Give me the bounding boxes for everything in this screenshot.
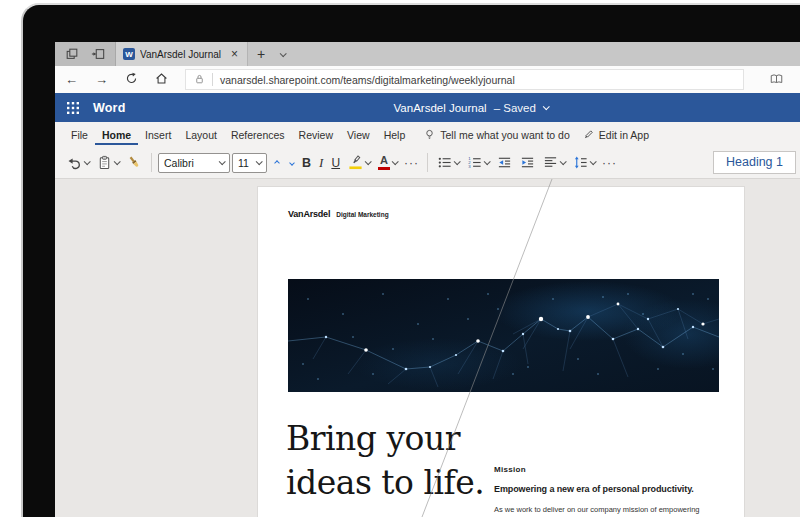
app-name: Word: [93, 101, 126, 115]
alignment-chevron-icon: [560, 158, 567, 165]
menu-review[interactable]: Review: [292, 124, 340, 145]
menu-file[interactable]: File: [64, 124, 95, 145]
font-color-button[interactable]: A: [375, 153, 400, 172]
more-paragraph-options-button[interactable]: ···: [599, 156, 620, 170]
style-gallery-heading1[interactable]: Heading 1: [713, 151, 796, 174]
italic-button[interactable]: I: [316, 153, 326, 173]
word-file-icon: W: [123, 48, 135, 60]
new-tab-button[interactable]: +: [248, 42, 274, 66]
set-tabs-aside-icon[interactable]: [85, 42, 111, 66]
font-name-chevron-icon: [219, 158, 226, 165]
menu-insert[interactable]: Insert: [138, 124, 178, 145]
screen: W VanArsdel Journal × + ← → vanarsdel: [55, 42, 800, 517]
highlight-button[interactable]: [345, 153, 373, 172]
numbered-list-icon: 123: [467, 155, 482, 170]
italic-icon: I: [319, 155, 323, 171]
menu-layout[interactable]: Layout: [178, 124, 224, 145]
numbering-chevron-icon: [484, 158, 491, 165]
font-size-chevron-icon: [256, 158, 263, 165]
format-painter-icon: [127, 155, 142, 170]
document-page[interactable]: VanArsdel Digital Marketing: [257, 186, 745, 517]
refresh-button[interactable]: [125, 72, 138, 87]
bullet-list-icon: [437, 155, 452, 170]
tab-close-icon[interactable]: ×: [229, 47, 240, 61]
mission-body: As we work to deliver on our company mis…: [494, 505, 724, 514]
reading-view-icon[interactable]: [769, 72, 784, 90]
font-size-combobox[interactable]: 11: [232, 153, 267, 173]
browser-nav-bar: ← → vanarsdel.sharepoint.com/teams/digit…: [55, 66, 800, 93]
app-launcher-waffle-icon[interactable]: [66, 101, 80, 115]
mission-section: Mission Empowering a new era of personal…: [494, 465, 724, 514]
line-spacing-chevron-icon: [590, 158, 597, 165]
monitor-bezel: W VanArsdel Journal × + ← → vanarsdel: [21, 3, 800, 517]
paste-chevron-icon: [114, 158, 121, 165]
word-app-header: Word VanArsdel Journal – Saved: [55, 93, 800, 122]
tell-me-label: Tell me what you want to do: [440, 129, 570, 141]
logo-text: VanArsdel: [288, 209, 330, 219]
home-button[interactable]: [155, 72, 168, 87]
forward-button[interactable]: →: [95, 73, 108, 86]
browser-tab[interactable]: W VanArsdel Journal ×: [116, 42, 248, 66]
decrease-indent-icon: [497, 155, 512, 170]
increase-indent-button[interactable]: [517, 153, 538, 172]
tab-title: VanArsdel Journal: [140, 49, 229, 60]
toolbar-divider: [151, 153, 152, 172]
grow-font-button[interactable]: [269, 159, 282, 167]
menu-view[interactable]: View: [340, 124, 377, 145]
pencil-icon: [582, 129, 594, 141]
more-font-options-button[interactable]: ···: [401, 156, 422, 170]
mission-heading: Empowering a new era of personal product…: [494, 484, 724, 494]
logo-subtext: Digital Marketing: [336, 211, 388, 218]
lock-icon: [194, 71, 205, 89]
title-chevron-icon: [543, 103, 550, 110]
underline-icon: U: [331, 156, 340, 170]
mission-label: Mission: [494, 465, 724, 474]
formatting-toolbar: Calibri 11 B I U A ·: [55, 147, 800, 179]
shrink-font-button[interactable]: [284, 159, 297, 167]
font-name-combobox[interactable]: Calibri: [158, 153, 230, 173]
tab-preview-chevron-icon[interactable]: [274, 42, 291, 66]
document-title-group[interactable]: VanArsdel Journal – Saved: [394, 102, 548, 114]
undo-icon: [67, 155, 82, 170]
bold-icon: B: [302, 156, 311, 170]
menu-references[interactable]: References: [224, 124, 292, 145]
banner-image: [288, 279, 719, 392]
format-painter-button[interactable]: [124, 153, 145, 172]
ribbon-menu-bar: File Home Insert Layout References Revie…: [55, 122, 800, 147]
headline-line-1: Bring your: [286, 417, 484, 461]
tabs-set-aside-list-icon[interactable]: [59, 42, 85, 66]
toolbar-divider: [427, 153, 428, 172]
edit-in-app-button[interactable]: Edit in App: [582, 129, 649, 141]
document-logo: VanArsdel Digital Marketing: [288, 209, 389, 219]
menu-home[interactable]: Home: [95, 124, 138, 145]
undo-button[interactable]: [64, 153, 92, 172]
bullets-chevron-icon: [454, 158, 461, 165]
bullets-button[interactable]: [434, 153, 462, 172]
address-bar[interactable]: vanarsdel.sharepoint.com/teams/digitalma…: [185, 69, 744, 90]
back-button[interactable]: ←: [65, 73, 78, 86]
save-status: – Saved: [494, 102, 536, 114]
line-spacing-icon: [573, 155, 588, 170]
highlight-chevron-icon: [365, 158, 372, 165]
edit-in-app-label: Edit in App: [599, 129, 649, 141]
align-icon: [543, 155, 558, 170]
underline-button[interactable]: U: [328, 154, 343, 172]
numbering-button[interactable]: 123: [464, 153, 492, 172]
url-text: vanarsdel.sharepoint.com/teams/digitalma…: [220, 74, 515, 86]
address-divider: [212, 73, 213, 86]
alignment-button[interactable]: [540, 153, 568, 172]
svg-text:3: 3: [468, 164, 471, 169]
bold-button[interactable]: B: [299, 154, 314, 172]
line-spacing-button[interactable]: [570, 153, 598, 172]
undo-chevron-icon: [84, 158, 91, 165]
font-color-icon: A: [378, 155, 390, 170]
tab-actions-group: [55, 42, 116, 66]
document-headline: Bring your ideas to life.: [286, 417, 484, 505]
font-name-value: Calibri: [164, 157, 194, 169]
menu-help[interactable]: Help: [377, 124, 413, 145]
decrease-indent-button[interactable]: [494, 153, 515, 172]
document-title: VanArsdel Journal: [394, 102, 487, 114]
font-color-chevron-icon: [392, 158, 399, 165]
tell-me-button[interactable]: Tell me what you want to do: [424, 128, 570, 141]
paste-button[interactable]: [94, 153, 122, 172]
